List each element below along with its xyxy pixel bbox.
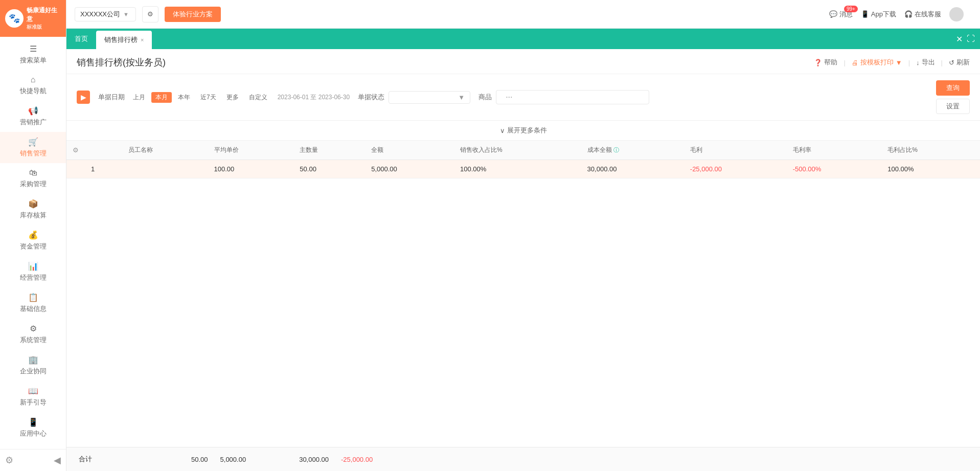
sidebar-item-enterprise[interactable]: 🏢 企业协同 <box>0 350 66 381</box>
sidebar-label-basic: 基础信息 <box>20 304 47 313</box>
divider-1: | <box>844 59 845 66</box>
date-range-text: 2023-06-01 至 2023-06-30 <box>278 93 350 102</box>
expand-icon: ∨ <box>500 127 505 134</box>
sidebar-item-purchase[interactable]: 🛍 采购管理 <box>0 163 66 194</box>
message-button[interactable]: 💬 消息 99+ <box>829 10 853 19</box>
col-gross-header: 毛利 <box>684 141 787 160</box>
content-area: 销售排行榜(按业务员) ❓ 帮助 | 🖨 按模板打印 ▼ | ↓ <box>66 49 980 471</box>
topbar: XXXXXX公司 ▼ ⚙ 体验行业方案 💬 消息 99+ 📱 App下载 🎧 在… <box>66 0 980 29</box>
company-dropdown-arrow: ▼ <box>123 11 129 17</box>
sidebar-item-quicknav[interactable]: ⌂ 快捷导航 <box>0 70 66 101</box>
footer-quantity: 50.00 <box>185 454 214 465</box>
sidebar-item-search[interactable]: ☰ 搜索菜单 <box>0 39 66 70</box>
sidebar-item-marketing[interactable]: 📢 营销推广 <box>0 101 66 132</box>
message-icon: 💬 <box>829 10 837 18</box>
refresh-button[interactable]: ↺ 刷新 <box>949 58 970 67</box>
refresh-label: 刷新 <box>956 58 970 67</box>
footer-amount: 5,000.00 <box>214 454 253 465</box>
sidebar-item-guide[interactable]: 📖 新手引导 <box>0 381 66 412</box>
settings-button[interactable]: ⚙ <box>142 6 158 23</box>
sidebar-label-operations: 经营管理 <box>20 273 47 282</box>
date-tab-more[interactable]: 更多 <box>222 92 243 103</box>
app-icon: 📱 <box>861 10 869 18</box>
finance-icon: 💰 <box>28 230 38 240</box>
tab-home[interactable]: 首页 <box>66 29 96 49</box>
table-wrap: ⚙ 员工名称 平均单价 主数量 全额 销售收入占比% 成本全额 ⓘ 毛利 毛利率… <box>66 141 980 447</box>
sidebar-label-guide: 新手引导 <box>20 398 47 407</box>
help-button[interactable]: ❓ 帮助 <box>814 58 837 67</box>
tab-sales-rank[interactable]: 销售排行榜 × <box>96 31 152 49</box>
tabbar-close-icon[interactable]: ✕ <box>956 34 963 44</box>
filter-expand-arrow[interactable]: ▶ <box>77 91 90 104</box>
guide-icon: 📖 <box>28 386 38 396</box>
footer-gross: -25,000.00 <box>335 454 379 465</box>
footer-cost: 30,000.00 <box>293 454 335 465</box>
basic-icon: 📋 <box>28 293 38 302</box>
service-label: 在线客服 <box>915 10 941 19</box>
expand-row: ∨ 展开更多条件 <box>66 121 980 141</box>
query-button[interactable]: 查询 <box>936 80 970 96</box>
collapse-icon[interactable]: ◀ <box>54 455 61 466</box>
date-filter-group: 单据日期 上月 本月 本年 近7天 更多 自定义 2023-06-01 至 20… <box>98 92 350 103</box>
sales-icon: 🛒 <box>28 137 38 147</box>
row-margin-cell: -500.00% <box>787 160 882 178</box>
service-icon: 🎧 <box>904 10 913 18</box>
footer-avg-spacer <box>144 457 185 461</box>
page-title: 销售排行榜(按业务员) <box>77 56 166 69</box>
sidebar-item-finance[interactable]: 💰 资金管理 <box>0 225 66 256</box>
settings-filter-button[interactable]: 设置 <box>936 99 970 114</box>
marketing-icon: 📢 <box>28 106 38 116</box>
tabbar-fullscreen-icon[interactable]: ⛶ <box>967 34 975 43</box>
page-container: 销售排行榜(按业务员) ❓ 帮助 | 🖨 按模板打印 ▼ | ↓ <box>66 49 980 471</box>
col-settings-icon[interactable]: ⚙ <box>73 146 79 154</box>
sidebar-label-purchase: 采购管理 <box>20 180 47 189</box>
online-service-button[interactable]: 🎧 在线客服 <box>904 10 941 19</box>
export-label: 导出 <box>922 58 935 67</box>
date-tab-lastmonth[interactable]: 上月 <box>129 92 149 103</box>
date-tab-thisyear[interactable]: 本年 <box>174 92 194 103</box>
col-rank-header <box>85 141 122 160</box>
sidebar-item-appcenter[interactable]: 📱 应用中心 <box>0 412 66 443</box>
expand-label: 展开更多条件 <box>507 126 547 135</box>
col-gppct-header: 毛利占比% <box>881 141 980 160</box>
goods-label: 商品 <box>478 93 492 102</box>
filter-action-btns: 查询 设置 <box>936 80 970 114</box>
settings-footer-icon[interactable]: ⚙ <box>5 455 13 466</box>
date-tab-7days[interactable]: 近7天 <box>196 92 220 103</box>
status-select[interactable]: ▼ <box>389 91 470 104</box>
date-tab-thismonth[interactable]: 本月 <box>151 92 172 103</box>
sidebar-item-operations[interactable]: 📊 经营管理 <box>0 256 66 287</box>
sidebar-label-search: 搜索菜单 <box>20 56 47 65</box>
sidebar-item-inventory[interactable]: 📦 库存核算 <box>0 194 66 225</box>
logo-version: 标准版 <box>27 24 61 31</box>
logo-name: 畅康通好生意 <box>27 6 61 24</box>
message-badge: 99+ <box>844 6 858 12</box>
app-download-button[interactable]: 📱 App下载 <box>861 10 896 19</box>
sidebar-item-system[interactable]: ⚙ 系统管理 <box>0 319 66 350</box>
date-tab-group: 上月 本月 本年 近7天 更多 自定义 <box>129 92 271 103</box>
app-logo: 🐾 畅康通好生意 标准版 <box>0 0 66 37</box>
operations-icon: 📊 <box>28 261 38 271</box>
table-header-row: ⚙ 员工名称 平均单价 主数量 全额 销售收入占比% 成本全额 ⓘ 毛利 毛利率… <box>66 141 980 160</box>
user-avatar[interactable] <box>949 7 964 21</box>
goods-more-icon[interactable]: ··· <box>506 93 512 102</box>
export-button[interactable]: ↓ 导出 <box>916 58 935 67</box>
trial-button[interactable]: 体验行业方案 <box>165 7 221 22</box>
sidebar-label-enterprise: 企业协同 <box>20 367 47 376</box>
expand-more-button[interactable]: ∨ 展开更多条件 <box>500 124 547 137</box>
date-tab-custom[interactable]: 自定义 <box>245 92 271 103</box>
system-icon: ⚙ <box>30 324 37 333</box>
goods-select[interactable]: ··· <box>496 90 649 104</box>
row-gppct-cell: 100.00% <box>881 160 980 178</box>
sidebar-item-sales[interactable]: 🛒 销售管理 <box>0 132 66 163</box>
sidebar-label-sales: 销售管理 <box>20 149 47 158</box>
tabbar: 首页 销售排行榜 × ✕ ⛶ <box>66 29 980 49</box>
help-label: 帮助 <box>824 58 837 67</box>
col-employee-header: 员工名称 <box>122 141 208 160</box>
tab-close-icon[interactable]: × <box>141 37 144 43</box>
print-button[interactable]: 🖨 按模板打印 ▼ <box>852 58 902 67</box>
company-selector[interactable]: XXXXXX公司 ▼ <box>75 7 136 21</box>
sidebar-item-basic[interactable]: 📋 基础信息 <box>0 287 66 319</box>
sidebar-item-wechat[interactable]: 💬 企业微信 <box>0 443 66 449</box>
table-row: 1 100.00 50.00 5,000.00 100.00% 30,000.0… <box>66 160 980 178</box>
